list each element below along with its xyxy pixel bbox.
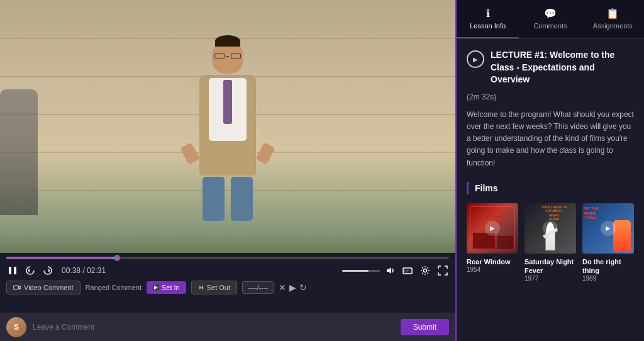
film-year-rear-window: 1954: [467, 266, 518, 273]
cc-button[interactable]: CC: [401, 264, 414, 277]
glasses: [214, 53, 241, 59]
tab-comments[interactable]: 💬 Comments: [519, 0, 581, 38]
film-year-drt: 1989: [582, 275, 634, 282]
tie: [223, 80, 232, 124]
chapter-marker: [113, 257, 114, 259]
snf-title-overlay: JOHN TRAVOLTASATURDAYNIGHTFEVER: [526, 205, 576, 221]
svg-rect-1: [14, 267, 16, 274]
tabs-header: ℹ Lesson Info 💬 Comments 📋 Assignments: [457, 0, 644, 39]
right-panel: ℹ Lesson Info 💬 Comments 📋 Assignments ▶…: [455, 0, 644, 341]
films-section-header: Films: [467, 182, 634, 194]
tab-assignments[interactable]: 📋 Assignments: [582, 0, 644, 38]
tab-lesson-info[interactable]: ℹ Lesson Info: [457, 0, 519, 38]
loop-range-button[interactable]: ↻: [299, 282, 307, 293]
glass-right: [231, 53, 241, 59]
assignments-tab-label: Assignments: [593, 22, 633, 30]
legs: [177, 177, 278, 221]
volume-fill: [342, 270, 369, 272]
video-comment-button[interactable]: Video Comment: [6, 281, 80, 294]
lesson-info-tab-label: Lesson Info: [470, 22, 506, 30]
set-in-label: Set In: [162, 284, 180, 291]
presenter-body: [199, 75, 256, 176]
svg-text:CC: CC: [404, 269, 410, 273]
volume-slider[interactable]: [342, 270, 380, 272]
progress-fill: [6, 257, 117, 259]
film-card-saturday-night-fever[interactable]: JOHN TRAVOLTASATURDAYNIGHTFEVER ▶ Saturd…: [525, 203, 576, 282]
progress-handle: [114, 255, 120, 261]
presenter-head: [212, 39, 243, 74]
left-leg: [203, 177, 225, 221]
range-controls: ✕ ▶ ↻: [279, 282, 307, 293]
lesson-info-icon: ℹ: [486, 8, 490, 20]
rw-play-overlay: ▶: [485, 221, 500, 236]
film-title-rear-window: Rear Window: [467, 257, 518, 266]
clear-range-button[interactable]: ✕: [279, 282, 286, 293]
glass-bridge: [226, 56, 229, 57]
set-in-icon: [153, 284, 159, 291]
drt-figure: [613, 220, 631, 252]
lecture-duration: (2m 32s): [467, 92, 634, 101]
film-year-snf: 1977: [525, 275, 576, 282]
settings-button[interactable]: [419, 264, 431, 277]
set-out-icon: [198, 284, 204, 291]
ranged-comment-label: Ranged Comment: [86, 284, 142, 291]
video-area: [0, 0, 455, 253]
film-title-drt: Do the right thing: [582, 257, 634, 276]
controls-row-2: Video Comment Ranged Comment Set In Set …: [6, 281, 449, 294]
pause-button[interactable]: [6, 264, 19, 277]
film-card-do-right-thing[interactable]: DO THERIGHTTHING ▶ Do the right thing 19…: [582, 203, 634, 282]
svg-point-4: [424, 269, 427, 272]
rw-title-overlay: REARWINDOW: [472, 208, 516, 220]
time-display: 00:38 / 02:31: [62, 266, 106, 275]
rewind-icon: [25, 266, 35, 276]
films-grid: REARWINDOW ▶ Rear Window 1954 JOHN TRAVO…: [467, 203, 634, 282]
fullscreen-icon: [438, 266, 448, 276]
volume-icon: [385, 266, 395, 276]
video-background: [0, 0, 455, 253]
progress-bar[interactable]: [6, 257, 449, 259]
presenter-figure: [177, 39, 278, 215]
svg-rect-8: [202, 286, 203, 289]
lecture-play-icon[interactable]: ▶: [467, 50, 484, 68]
lecture-description: Welcome to the program! What should you …: [467, 109, 634, 169]
forward-button[interactable]: [42, 264, 54, 277]
svg-rect-5: [14, 286, 19, 289]
svg-rect-0: [9, 267, 11, 274]
video-panel: 00:38 / 02:31: [0, 0, 455, 341]
lesson-info-content: ▶ LECTURE #1: Welcome to the Class - Exp…: [457, 39, 644, 341]
timecode-display: ----/----: [242, 281, 274, 294]
forward-icon: [43, 266, 53, 276]
film-card-rear-window[interactable]: REARWINDOW ▶ Rear Window 1954: [467, 203, 518, 282]
controls-row-1: 00:38 / 02:31: [6, 264, 449, 277]
total-time: 02:31: [87, 266, 106, 275]
side-figure-left: [0, 89, 38, 215]
drt-title-overlay: DO THERIGHTTHING: [584, 206, 599, 221]
comments-icon: 💬: [544, 8, 557, 20]
rewind-button[interactable]: [24, 264, 36, 277]
set-in-button[interactable]: Set In: [147, 281, 186, 294]
assignments-icon: 📋: [606, 8, 619, 20]
film-title-snf: Saturday Night Fever: [525, 257, 576, 276]
cc-icon: CC: [402, 266, 413, 276]
comment-input-row: S Submit: [0, 313, 455, 341]
set-out-button[interactable]: Set Out: [191, 281, 237, 294]
play-range-button[interactable]: ▶: [289, 282, 296, 293]
pause-icon: [8, 266, 18, 276]
volume-button[interactable]: [384, 264, 396, 277]
comments-tab-label: Comments: [533, 22, 567, 30]
set-out-label: Set Out: [207, 284, 230, 291]
lecture-title: LECTURE #1: Welcome to the Class - Expec…: [491, 49, 634, 86]
left-arm: [180, 142, 200, 165]
lecture-header: ▶ LECTURE #1: Welcome to the Class - Exp…: [467, 49, 634, 86]
right-arm: [255, 142, 275, 165]
fullscreen-button[interactable]: [436, 264, 449, 277]
video-controls: 00:38 / 02:31: [0, 253, 455, 313]
comment-input[interactable]: [33, 323, 394, 332]
video-cam-icon: [13, 284, 21, 291]
submit-button[interactable]: Submit: [401, 319, 449, 335]
film-thumbnail-snf: JOHN TRAVOLTASATURDAYNIGHTFEVER ▶: [525, 203, 576, 254]
current-time: 00:38: [62, 266, 80, 275]
volume-group: [342, 264, 396, 277]
video-comment-label: Video Comment: [24, 284, 74, 291]
settings-icon: [420, 266, 430, 276]
